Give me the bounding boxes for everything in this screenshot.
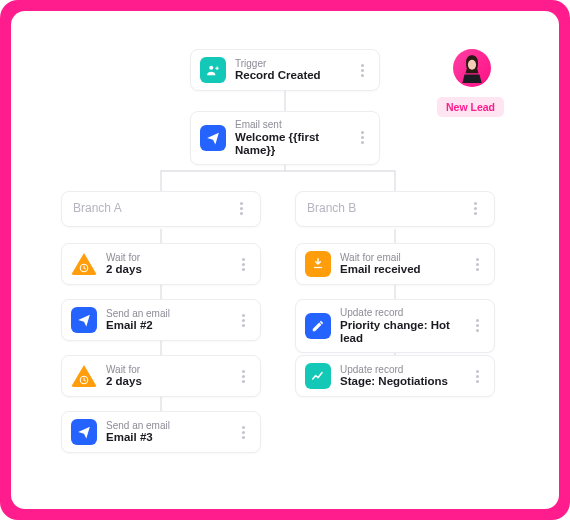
more-menu-icon[interactable] xyxy=(354,131,370,144)
more-menu-icon[interactable] xyxy=(469,370,485,383)
avatar xyxy=(453,49,491,87)
more-menu-icon[interactable] xyxy=(233,202,249,215)
clock-icon xyxy=(71,363,97,389)
more-menu-icon[interactable] xyxy=(235,258,251,271)
node-b-wait-email[interactable]: Wait for emailEmail received xyxy=(295,243,495,285)
pencil-icon xyxy=(305,313,331,339)
clock-icon xyxy=(71,251,97,277)
node-label: Wait for xyxy=(106,252,229,264)
more-menu-icon[interactable] xyxy=(235,370,251,383)
node-value: 2 days xyxy=(106,263,229,276)
node-a-wait-1[interactable]: Wait for2 days xyxy=(61,243,261,285)
svg-point-9 xyxy=(468,60,476,70)
outer-frame: New Lead Trigger Record Created Email se… xyxy=(0,0,570,520)
workflow-canvas: New Lead Trigger Record Created Email se… xyxy=(11,11,559,509)
branch-label: Branch A xyxy=(73,202,227,216)
node-trigger[interactable]: Trigger Record Created xyxy=(190,49,380,91)
node-a-email-3[interactable]: Send an emailEmail #3 xyxy=(61,411,261,453)
node-value: Email #2 xyxy=(106,319,229,332)
more-menu-icon[interactable] xyxy=(235,426,251,439)
node-value: Email received xyxy=(340,263,463,276)
node-value: 2 days xyxy=(106,375,229,388)
node-value: Welcome {{first Name}} xyxy=(235,131,348,157)
node-value: Priority change: Hot lead xyxy=(340,319,463,345)
node-label: Send an email xyxy=(106,308,229,320)
branch-a-header[interactable]: Branch A xyxy=(61,191,261,227)
node-email-welcome[interactable]: Email sent Welcome {{first Name}} xyxy=(190,111,380,165)
node-b-update-priority[interactable]: Update recordPriority change: Hot lead xyxy=(295,299,495,353)
node-label: Wait for xyxy=(106,364,229,376)
node-value: Email #3 xyxy=(106,431,229,444)
node-label: Send an email xyxy=(106,420,229,432)
more-menu-icon[interactable] xyxy=(354,64,370,77)
download-icon xyxy=(305,251,331,277)
more-menu-icon[interactable] xyxy=(469,258,485,271)
send-icon xyxy=(71,419,97,445)
more-menu-icon[interactable] xyxy=(469,319,485,332)
more-menu-icon[interactable] xyxy=(467,202,483,215)
branch-b-header[interactable]: Branch B xyxy=(295,191,495,227)
node-value: Record Created xyxy=(235,69,348,82)
more-menu-icon[interactable] xyxy=(235,314,251,327)
person-plus-icon xyxy=(200,57,226,83)
node-label: Wait for email xyxy=(340,252,463,264)
node-label: Email sent xyxy=(235,119,348,131)
svg-point-10 xyxy=(209,66,213,70)
send-icon xyxy=(71,307,97,333)
node-a-wait-2[interactable]: Wait for2 days xyxy=(61,355,261,397)
node-label: Trigger xyxy=(235,58,348,70)
trend-icon xyxy=(305,363,331,389)
node-b-update-stage[interactable]: Update recordStage: Negotiations xyxy=(295,355,495,397)
node-label: Update record xyxy=(340,307,463,319)
new-lead-badge: New Lead xyxy=(437,97,504,117)
branch-label: Branch B xyxy=(307,202,461,216)
node-label: Update record xyxy=(340,364,463,376)
send-icon xyxy=(200,125,226,151)
node-a-email-2[interactable]: Send an emailEmail #2 xyxy=(61,299,261,341)
node-value: Stage: Negotiations xyxy=(340,375,463,388)
